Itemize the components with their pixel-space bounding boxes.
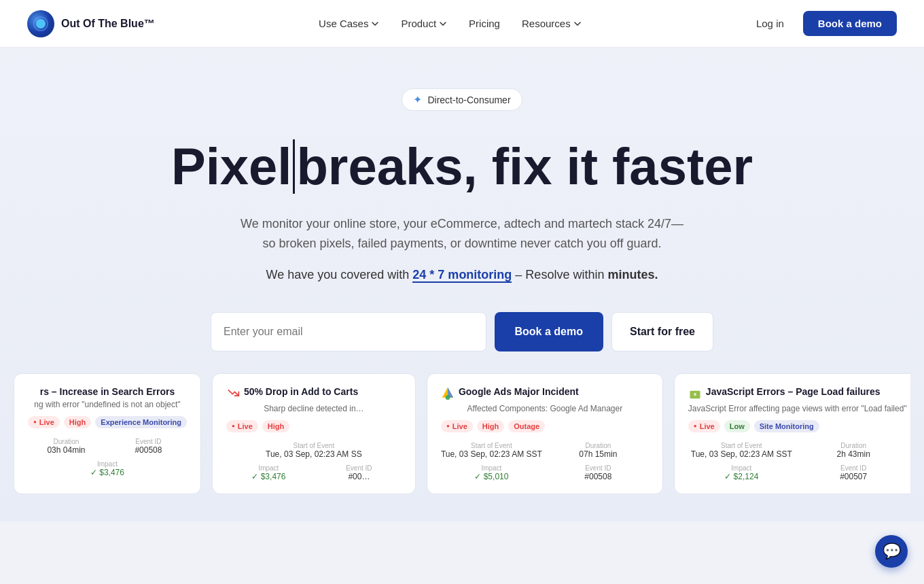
card-2-header-row: 50% Drop in Add to Carts [226, 386, 402, 400]
chat-bubble[interactable]: 💬 [875, 535, 908, 568]
star-icon: ✦ [413, 93, 422, 106]
hero-subtitle: We monitor your online store, your eComm… [241, 214, 683, 254]
nav-product[interactable]: Product [391, 12, 457, 35]
minutes-bold: minutes. [607, 268, 658, 281]
svg-point-2 [446, 395, 450, 400]
hero-section: ✦ Direct-to-Consumer Pixel breaks, fix i… [0, 48, 924, 521]
card-2-meta: Start of EventTue, 03 Sep, 02:23 AM SS I… [226, 442, 402, 481]
nav-right: Log in Book a demo [745, 11, 897, 36]
chat-icon: 💬 [883, 543, 901, 560]
card-3-meta: Start of EventTue, 03 Sep, 02:23 AM SST … [441, 442, 649, 481]
logo-text: Out Of The Blue™ [61, 18, 155, 30]
email-input[interactable] [211, 312, 486, 351]
book-demo-nav-button[interactable]: Book a demo [803, 11, 897, 36]
nav-use-cases[interactable]: Use Cases [309, 12, 389, 35]
badge-high: High [262, 420, 289, 432]
card-2-badges: Live High [226, 420, 402, 432]
chevron-down-icon [573, 20, 582, 28]
badge-live: Live [441, 420, 473, 432]
card-4-badges: Live Low Site Monitoring [688, 420, 907, 432]
login-button[interactable]: Log in [745, 12, 795, 35]
hero-badge: ✦ Direct-to-Consumer [402, 88, 522, 111]
card-4-title: JavaScript Errors – Page Load failures [706, 386, 881, 397]
badge-live: Live [226, 420, 258, 432]
badge-outage: Outage [508, 420, 545, 432]
badge-high: High [64, 416, 91, 428]
incident-card-1[interactable]: rs – Increase in Search Errors ng with e… [14, 373, 201, 494]
card-3-desc: Affected Components: Google Ad Manager [441, 404, 649, 413]
start-free-button[interactable]: Start for free [611, 312, 713, 351]
card-1-desc: ng with error "undefined is not an objec… [28, 400, 187, 409]
card-1-meta: Duration03h 04min Event ID#00508 Impact✓… [28, 438, 187, 477]
hero-cta: Book a demo Start for free [211, 312, 713, 351]
hero-title-part2: breaks, fix it faster [296, 138, 753, 195]
trend-down-icon [226, 386, 240, 400]
svg-rect-4 [694, 393, 696, 396]
badge-experience-monitoring: Experience Monitoring [95, 416, 187, 428]
logo[interactable]: Out Of The Blue™ [27, 10, 155, 37]
card-4-header-row: JavaScript Errors – Page Load failures [688, 386, 907, 400]
card-3-title: Google Ads Major Incident [459, 386, 579, 397]
badge-low: Low [724, 420, 750, 432]
hero-badge-label: Direct-to-Consumer [427, 95, 510, 105]
badge-live: Live [28, 416, 60, 428]
badge-high: High [477, 420, 504, 432]
card-3-header-row: Google Ads Major Incident [441, 386, 649, 400]
card-3-badges: Live High Outage [441, 420, 649, 432]
nav-center: Use Cases Product Pricing Resources [309, 12, 591, 35]
incident-card-4[interactable]: JavaScript Errors – Page Load failures J… [674, 373, 910, 494]
incident-card-2[interactable]: 50% Drop in Add to Carts Sharp decline d… [212, 373, 416, 494]
hero-monitoring: We have you covered with 24 * 7 monitori… [266, 268, 658, 282]
card-4-meta: Start of EventTue, 03 Sep, 02:23 AM SST … [688, 442, 907, 481]
book-demo-hero-button[interactable]: Book a demo [495, 312, 603, 351]
card-1-title: rs – Increase in Search Errors [28, 386, 187, 397]
monitoring-highlight: 24 * 7 monitoring [412, 268, 512, 283]
chevron-down-icon [439, 20, 447, 28]
card-4-desc: JavaScript Error affecting page views wi… [688, 404, 907, 413]
shopify-icon [688, 386, 702, 400]
navbar: Out Of The Blue™ Use Cases Product Prici… [0, 0, 924, 48]
google-ads-icon [441, 386, 455, 400]
badge-site-monitoring: Site Monitoring [754, 420, 819, 432]
incident-card-3[interactable]: Google Ads Major Incident Affected Compo… [427, 373, 663, 494]
chevron-down-icon [371, 20, 379, 28]
badge-live: Live [688, 420, 720, 432]
card-2-desc: Sharp decline detected in… [226, 404, 402, 413]
hero-title: Pixel breaks, fix it faster [171, 138, 753, 195]
card-2-title: 50% Drop in Add to Carts [244, 386, 358, 397]
hero-title-part1: Pixel [171, 138, 291, 195]
card-1-badges: Live High Experience Monitoring [28, 416, 187, 428]
nav-pricing[interactable]: Pricing [459, 12, 510, 35]
logo-icon [27, 10, 54, 37]
cursor-bar [293, 139, 295, 194]
incident-cards-strip: rs – Increase in Search Errors ng with e… [14, 351, 910, 494]
nav-resources[interactable]: Resources [512, 12, 591, 35]
